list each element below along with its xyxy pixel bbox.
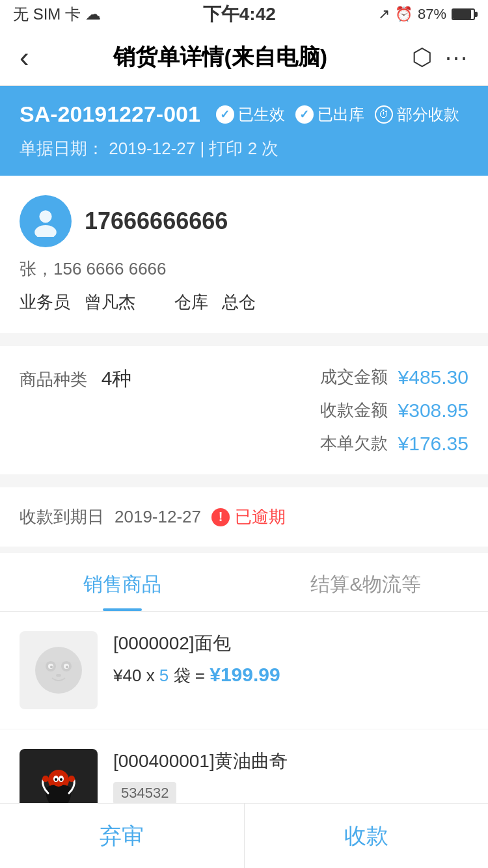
- tab-settlement[interactable]: 结算&物流等: [244, 553, 488, 611]
- back-button[interactable]: ‹: [20, 41, 29, 74]
- location-icon: ↗: [378, 6, 390, 23]
- badge-effective: ✓ 已生效: [216, 104, 285, 125]
- goods-type-label: 商品种类: [20, 370, 87, 389]
- bottom-bar: 弃审 收款: [0, 803, 488, 868]
- svg-point-14: [55, 778, 57, 781]
- collect-payment-button[interactable]: 收款: [245, 804, 489, 868]
- battery-icon: [452, 8, 475, 20]
- warehouse-value: 总仓: [222, 292, 256, 312]
- deal-amount-label: 成交金额: [320, 366, 388, 388]
- svg-point-0: [39, 210, 51, 223]
- nav-right: ⬡ ···: [412, 44, 468, 71]
- salesperson-label: 业务员: [20, 292, 70, 312]
- product-name-2: [000400001]黄油曲奇: [113, 749, 468, 774]
- svg-point-7: [50, 666, 53, 668]
- status-left: 无 SIM 卡 ☁: [13, 4, 101, 25]
- tabs-row: 销售商品 结算&物流等: [0, 553, 488, 611]
- deal-amount-row: 成交金额 ¥485.30: [320, 366, 468, 388]
- product-tag-2: 534532: [113, 782, 176, 804]
- price-base-1: ¥40: [113, 666, 141, 685]
- customer-info-row: 业务员 曾凡杰 仓库 总仓: [20, 291, 468, 314]
- goods-type-value: 4种: [102, 368, 132, 389]
- total-1: ¥199.99: [210, 664, 280, 685]
- product-price-1: ¥40 x 5 袋 = ¥199.99: [113, 664, 468, 687]
- status-right: ↗ ⏰ 87%: [378, 6, 475, 23]
- date-value: 2019-12-27: [109, 139, 195, 158]
- deal-amount-value: ¥485.30: [398, 366, 468, 388]
- order-id: SA-20191227-001: [20, 102, 200, 127]
- alarm-icon: ⏰: [395, 6, 413, 23]
- more-icon[interactable]: ···: [445, 44, 468, 71]
- customer-row: 17666666666: [20, 195, 468, 247]
- warehouse-label: 仓库: [174, 292, 208, 312]
- print-count: | 打印 2 次: [200, 139, 278, 158]
- owed-value: ¥176.35: [398, 433, 468, 455]
- status-badges: ✓ 已生效 ✓ 已出库 ⏱ 部分收款: [216, 104, 459, 125]
- owed-row: 本单欠款 ¥176.35: [320, 432, 468, 455]
- stats-section: 商品种类 4种 成交金额 ¥485.30 收款金额 ¥308.95 本单欠款 ¥…: [0, 346, 488, 474]
- salesperson-value: 曾凡杰: [85, 292, 135, 312]
- due-date-value: 2019-12-27: [115, 507, 201, 527]
- date-label: 单据日期：: [20, 139, 104, 158]
- list-item: [0000002]面包 ¥40 x 5 袋 = ¥199.99: [0, 612, 488, 729]
- due-date-label: 收款到期日: [20, 506, 104, 528]
- status-time: 下午4:42: [203, 2, 276, 27]
- status-bar: 无 SIM 卡 ☁ 下午4:42 ↗ ⏰ 87%: [0, 0, 488, 29]
- due-section: 收款到期日 2019-12-27 ! 已逾期: [0, 487, 488, 547]
- unit-1: 袋: [174, 666, 191, 685]
- stats-right: 成交金额 ¥485.30 收款金额 ¥308.95 本单欠款 ¥176.35: [320, 366, 468, 455]
- nav-left: ‹: [20, 41, 29, 74]
- discard-review-button[interactable]: 弃审: [0, 804, 245, 868]
- customer-section: 17666666666 张，156 6666 6666 业务员 曾凡杰 仓库 总…: [0, 176, 488, 333]
- qty-1: 5: [159, 666, 169, 685]
- svg-point-17: [68, 776, 75, 782]
- goods-type-row: 商品种类 4种: [20, 366, 131, 392]
- overdue-badge: ! 已逾期: [211, 506, 286, 528]
- order-header: SA-20191227-001 ✓ 已生效 ✓ 已出库 ⏱ 部分收款 单据日期：…: [0, 86, 488, 176]
- badge-partial: ⏱ 部分收款: [375, 104, 459, 125]
- receipt-amount-row: 收款金额 ¥308.95: [320, 399, 468, 422]
- check-icon-1: ✓: [216, 105, 234, 124]
- product-info-1: [0000002]面包 ¥40 x 5 袋 = ¥199.99: [113, 631, 468, 687]
- tab-products[interactable]: 销售商品: [0, 553, 244, 611]
- svg-point-15: [60, 778, 62, 781]
- share-icon[interactable]: ⬡: [412, 44, 432, 71]
- svg-point-8: [66, 666, 68, 668]
- receipt-amount-value: ¥308.95: [398, 400, 468, 422]
- product-name-1: [0000002]面包: [113, 631, 468, 656]
- owed-label: 本单欠款: [320, 432, 388, 455]
- customer-phone: 17666666666: [85, 208, 228, 235]
- nav-bar: ‹ 销货单详情(来自电脑) ⬡ ···: [0, 29, 488, 86]
- svg-point-16: [42, 776, 49, 782]
- overdue-dot-icon: !: [211, 508, 230, 526]
- svg-point-1: [34, 225, 57, 237]
- order-date-row: 单据日期： 2019-12-27 | 打印 2 次: [20, 137, 468, 160]
- stats-left: 商品种类 4种: [20, 366, 131, 455]
- check-icon-2: ✓: [295, 105, 314, 124]
- stats-grid: 商品种类 4种 成交金额 ¥485.30 收款金额 ¥308.95 本单欠款 ¥…: [20, 366, 468, 455]
- product-thumb-1: [20, 631, 98, 709]
- customer-sub: 张，156 6666 6666: [20, 258, 468, 280]
- avatar: [20, 195, 72, 247]
- page-title: 销货单详情(来自电脑): [113, 42, 327, 72]
- overdue-label: 已逾期: [235, 506, 286, 528]
- tabs-section: 销售商品 结算&物流等: [0, 553, 488, 612]
- badge-shipped: ✓ 已出库: [295, 104, 364, 125]
- receipt-amount-label: 收款金额: [320, 399, 388, 422]
- svg-point-2: [35, 647, 82, 694]
- battery-label: 87%: [418, 6, 446, 23]
- clock-icon: ⏱: [375, 105, 393, 124]
- sim-label: 无 SIM 卡 ☁: [13, 4, 101, 25]
- svg-rect-9: [56, 674, 61, 677]
